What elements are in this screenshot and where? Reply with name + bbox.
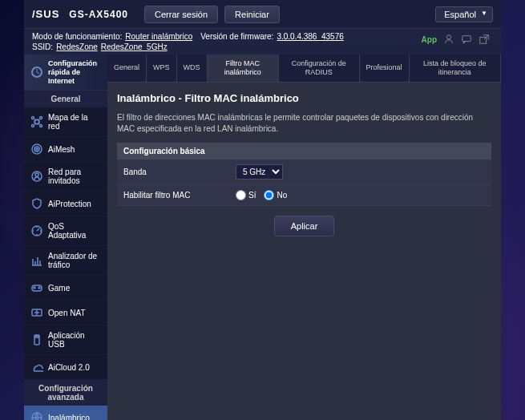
tabs: GeneralWPSWDSFiltro MAC inalámbricoConfi… [107,55,501,83]
network-map-icon [30,115,43,128]
quick-setup-label: Configuración rápida de Internet [48,59,101,85]
sidebar-item-guest[interactable]: Red para invitados [24,162,107,192]
sidebar-item-label: Mapa de la red [48,113,101,131]
enable-yes[interactable]: Sí [236,190,256,200]
aiprotection-icon [30,197,43,210]
feedback-icon[interactable] [461,34,472,45]
usb-icon [30,333,43,346]
section-advanced: Configuración avanzada [24,380,107,406]
mode-label: Modo de funcionamiento: [32,32,122,41]
sidebar-item-traffic[interactable]: Analizador de tráfico [24,246,107,276]
tab-wds[interactable]: WDS [177,55,208,82]
sidebar-item-usb[interactable]: Aplicación USB [24,325,107,355]
section-general: General [24,91,107,107]
model-name: GS-AX5400 [69,9,128,20]
svg-point-5 [32,117,34,119]
sidebar-item-label: QoS Adaptativa [48,222,101,240]
user-icon[interactable] [443,34,454,45]
enable-label: Habilitar filtro MAC [123,191,236,200]
aicloud-icon [30,361,43,374]
external-icon[interactable] [479,34,490,45]
ssid-label: SSID: [32,42,53,51]
svg-point-13 [35,173,38,176]
sidebar-item-label: Analizador de tráfico [48,252,101,269]
svg-rect-1 [462,36,471,42]
sidebar-item-aiprotection[interactable]: AiProtection [24,192,107,216]
svg-point-6 [40,117,42,119]
svg-point-16 [34,287,35,289]
sidebar-item-aicloud[interactable]: AiCloud 2.0 [24,355,107,380]
fw-value[interactable]: 3.0.0.4.386_43576 [277,32,343,41]
enable-no[interactable]: No [264,190,287,200]
reboot-button[interactable]: Reiniciar [224,6,280,23]
tab-professional[interactable]: Profesional [360,55,410,82]
info-bar: Modo de funcionamiento: Router inalámbri… [24,29,501,55]
tab-general[interactable]: General [107,55,147,82]
sidebar-item-label: AiCloud 2.0 [48,363,90,372]
panel-desc: El filtro de direcciones MAC inalámbrica… [117,112,491,135]
sidebar-item-aimesh[interactable]: AiMesh [24,137,107,162]
svg-point-7 [32,125,34,127]
panel: Inalámbrico - Filtro MAC inalámbrico El … [107,83,501,420]
sidebar-item-label: AiProtection [48,200,91,208]
tab-roaming[interactable]: Lista de bloqueo de itinerancia [410,55,501,82]
sidebar-item-network-map[interactable]: Mapa de la red [24,107,107,137]
section-basic: Configuración básica [117,143,491,160]
wireless-icon [30,411,43,420]
fw-label: Versión de firmware: [200,32,273,41]
ssid-1[interactable]: RedesZone [56,42,98,51]
apply-button[interactable]: Aplicar [274,216,335,236]
traffic-icon [30,254,43,267]
ssid-2[interactable]: RedesZone_5GHz [101,42,168,51]
tab-wps[interactable]: WPS [147,55,177,82]
svg-point-0 [446,35,450,39]
game-icon [30,281,43,294]
svg-rect-20 [35,336,38,337]
svg-point-11 [36,148,38,150]
sidebar-item-label: Game [48,284,70,293]
svg-point-8 [40,125,42,127]
sidebar: Configuración rápida de Internet General… [24,55,107,420]
sidebar-item-label: AiMesh [48,145,75,154]
sidebar-item-label: Red para invitados [48,168,101,185]
app-link[interactable]: App [422,35,437,44]
sidebar-item-label: Inalámbrico [48,414,90,420]
panel-title: Inalámbrico - Filtro MAC inalámbrico [117,92,491,104]
aimesh-icon [30,143,43,155]
sidebar-item-label: Aplicación USB [48,331,101,349]
tab-radius[interactable]: Configuración de RADIUS [279,55,359,82]
sidebar-item-label: Open NAT [48,309,86,317]
opennat-icon [30,306,43,319]
tab-macfilter[interactable]: Filtro MAC inalámbrico [208,55,280,82]
sidebar-item-game[interactable]: Game [24,276,107,301]
language-select[interactable]: Español [435,6,493,22]
sidebar-item-wireless[interactable]: Inalámbrico [24,406,107,420]
topbar: /SUS GS-AX5400 Cerrar sesión Reiniciar E… [24,0,501,29]
brand-logo: /SUS [32,8,59,20]
qos-icon [30,224,43,237]
guest-icon [30,170,43,183]
sidebar-item-qos[interactable]: QoS Adaptativa [24,216,107,246]
sidebar-item-opennat[interactable]: Open NAT [24,301,107,325]
svg-point-17 [38,287,40,289]
quick-setup-button[interactable]: Configuración rápida de Internet [24,55,107,91]
mode-value[interactable]: Router inalámbrico [125,32,192,41]
logout-button[interactable]: Cerrar sesión [144,6,218,23]
band-select[interactable]: 5 GHz [236,164,283,180]
band-label: Banda [123,168,236,176]
